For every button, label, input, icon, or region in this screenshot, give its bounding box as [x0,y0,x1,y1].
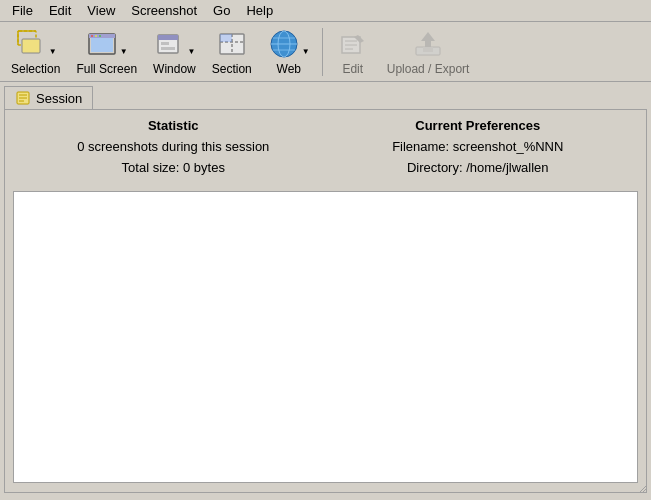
stats-filename: Filename: screenshot_%NNN [326,137,631,158]
edit-label: Edit [342,62,363,76]
menu-screenshot[interactable]: Screenshot [123,1,205,20]
content-area: Session Statistic 0 screenshots during t… [0,82,651,500]
svg-line-36 [643,489,646,492]
stats-total-size: Total size: 0 bytes [21,158,326,179]
stats-directory: Directory: /home/jlwallen [326,158,631,179]
upload-icon [412,28,444,60]
stats-right: Current Preferences Filename: screenshot… [326,118,631,179]
window-icon [153,28,185,60]
toolbar-separator [322,28,323,76]
stats-right-title: Current Preferences [326,118,631,133]
svg-marker-30 [421,32,435,47]
web-icon [268,28,300,60]
stats-screenshots-count: 0 screenshots during this session [21,137,326,158]
selection-button[interactable]: ▼ Selection [4,25,67,79]
window-label: Window [153,62,196,76]
svg-rect-13 [161,42,169,45]
web-label: Web [277,62,301,76]
stats-left-title: Statistic [21,118,326,133]
section-label: Section [212,62,252,76]
resize-handle[interactable] [630,476,646,492]
stats-left: Statistic 0 screenshots during this sess… [21,118,326,179]
menu-go[interactable]: Go [205,1,238,20]
edit-button: Edit [328,25,378,79]
selection-dropdown-arrow[interactable]: ▼ [49,47,57,56]
selection-label: Selection [11,62,60,76]
window-dropdown-arrow[interactable]: ▼ [187,47,195,56]
svg-rect-29 [423,47,433,52]
svg-point-8 [95,35,97,37]
menu-file[interactable]: File [4,1,41,20]
stats-section: Statistic 0 screenshots during this sess… [5,110,646,187]
fullscreen-label: Full Screen [76,62,137,76]
fullscreen-button[interactable]: ▼ Full Screen [69,25,144,79]
session-tab-label: Session [36,91,82,106]
fullscreen-dropdown-arrow[interactable]: ▼ [120,47,128,56]
edit-icon [337,28,369,60]
screenshot-display-area [13,191,638,483]
svg-rect-12 [161,47,175,50]
fullscreen-icon [86,28,118,60]
window-button[interactable]: ▼ Window [146,25,203,79]
svg-point-9 [99,35,101,37]
session-tab[interactable]: Session [4,86,93,109]
web-dropdown-arrow[interactable]: ▼ [302,47,310,56]
section-icon [216,28,248,60]
upload-label: Upload / Export [387,62,470,76]
svg-rect-17 [220,34,232,42]
tab-bar: Session [4,86,647,109]
upload-button: Upload / Export [380,25,477,79]
session-tab-icon [15,90,31,106]
menu-help[interactable]: Help [238,1,281,20]
svg-point-7 [91,35,93,37]
svg-rect-11 [158,35,178,40]
svg-line-35 [640,486,646,492]
selection-icon [15,28,47,60]
svg-rect-1 [22,39,40,53]
web-button[interactable]: ▼ Web [261,25,317,79]
menu-view[interactable]: View [79,1,123,20]
main-panel: Statistic 0 screenshots during this sess… [4,109,647,493]
section-button[interactable]: Section [205,25,259,79]
menu-bar: File Edit View Screenshot Go Help [0,0,651,22]
svg-rect-5 [91,36,113,52]
toolbar: ▼ Selection ▼ Full Screen [0,22,651,82]
menu-edit[interactable]: Edit [41,1,79,20]
